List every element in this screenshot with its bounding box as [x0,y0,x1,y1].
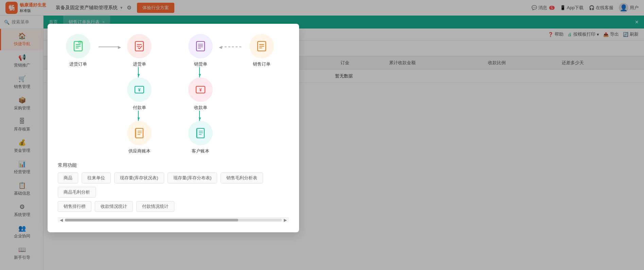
common-btn-sales-profit[interactable]: 销售毛利分析表 [221,173,263,183]
wf-node-receipt-bill: ¥ 收款单 [180,77,221,111]
wf-node-sales-order: 销售订单 [241,34,282,67]
svg-rect-25 [197,128,204,138]
common-functions-buttons: 商品 往来单位 现存量(库存状况表) 现存量(库存分布表) 销售毛利分析表 商品… [58,173,289,198]
arrow-down-sb: ▼ [180,67,221,77]
common-btn-sales-rank[interactable]: 销售排行榜 [58,201,91,212]
wf-node-sales-bill: 销货单 [180,34,221,67]
scroll-track[interactable] [65,219,282,221]
arrow-so-to-sb: ◀ [221,47,241,47]
payment-bill-icon: ¥ [127,77,152,102]
supplier-ledger-label: 供应商账本 [128,148,151,154]
common-btn-contacts[interactable]: 往来单位 [82,173,111,183]
receipt-bill-icon: ¥ [188,77,213,102]
modal-scrollbar: ◀ ▶ [58,217,289,222]
svg-text:¥: ¥ [138,88,141,92]
svg-text:¥: ¥ [199,88,202,92]
common-btn-receipt-stats[interactable]: 收款情况统计 [95,201,133,212]
sales-bill-icon [188,34,213,58]
svg-rect-7 [196,41,205,51]
customer-ledger-label: 客户账本 [192,148,209,154]
scroll-right-arrow[interactable]: ▶ [283,218,288,222]
wf-node-supplier-ledger: 供应商账本 [119,121,160,154]
svg-rect-21 [135,129,136,137]
sales-bill-label: 销货单 [194,61,207,67]
modal-overlay[interactable]: 进货订单 ▶ 进货单 [0,0,644,270]
wf-node-purchase-bill: 进货单 [119,34,160,67]
arrow-down-rec: ▼ [180,111,221,121]
common-functions-section: 常用功能 商品 往来单位 现存量(库存状况表) 现存量(库存分布表) 销售毛利分… [58,162,289,212]
arrow-down-pay: ▼ [119,111,160,121]
wf-node-customer-ledger: 客户账本 [180,121,221,154]
common-btn-payment-stats[interactable]: 付款情况统计 [136,201,174,212]
purchase-order-icon [66,34,90,58]
modal-box: 进货订单 ▶ 进货单 [48,24,299,232]
svg-rect-20 [136,128,143,138]
svg-rect-26 [196,129,197,137]
common-functions-buttons-row2: 销售排行榜 收款情况统计 付款情况统计 [58,201,289,212]
purchase-bill-label: 进货单 [133,61,146,67]
sales-order-label: 销售订单 [253,61,271,67]
purchase-bill-icon [127,34,152,58]
scroll-left-arrow[interactable]: ◀ [59,218,64,222]
receipt-bill-label: 收款单 [194,105,207,111]
arrow-po-to-pb: ▶ [99,47,119,47]
common-btn-stock-status[interactable]: 现存量(库存状况表) [114,173,164,183]
sales-order-icon [249,34,274,58]
wf-node-payment-bill: ¥ 付款单 [119,77,160,111]
wf-node-purchase-order: 进货订单 [58,34,99,67]
arrow-down-pb: ▼ [119,67,160,77]
common-btn-product[interactable]: 商品 [58,173,78,183]
common-functions-title: 常用功能 [58,162,289,168]
payment-bill-label: 付款单 [133,105,146,111]
common-btn-stock-dist[interactable]: 现存量(库存分布表) [168,173,217,183]
scroll-thumb [65,219,238,221]
customer-ledger-icon [188,121,213,145]
common-btn-product-profit[interactable]: 商品毛利分析 [58,187,96,198]
purchase-order-label: 进货订单 [69,61,87,67]
supplier-ledger-icon [127,121,152,145]
